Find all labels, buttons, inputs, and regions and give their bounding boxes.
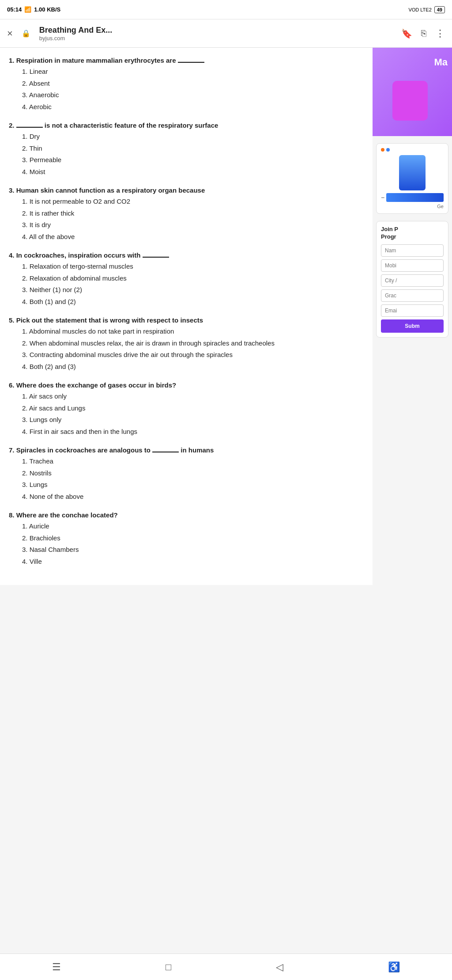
promo-card-top: Ma (373, 48, 452, 136)
q6-opt4: 4. First in air sacs and then in the lun… (22, 427, 364, 437)
q4-text: 4. In cockroaches, inspiration occurs wi… (9, 251, 364, 259)
q5-opt4: 4. Both (2) and (3) (22, 362, 364, 372)
q5-text: 5. Pick out the statement that is wrong … (9, 316, 364, 324)
q7-text: 7. Spiracles in cockroaches are analogou… (9, 446, 364, 454)
browser-toolbar: × 🔒 Breathing And Ex... byjus.com 🔖 ⎘ ⋮ (0, 19, 452, 48)
ad-label: Ge (381, 204, 444, 209)
ad-bar: − (381, 193, 444, 202)
q7-bold: Spiracles in cockroaches are analogous t… (16, 446, 214, 454)
q3-opt3: 3. It is dry (22, 220, 364, 230)
bottom-nav: ☰ □ ◁ ♿ (0, 953, 452, 980)
q4-opt3: 3. Neither (1) nor (2) (22, 285, 364, 295)
close-button[interactable]: × (7, 28, 13, 39)
lock-icon: 🔒 (22, 29, 30, 38)
q1-options: 1. Linear 2. Absent 3. Anaerobic 4. Aero… (9, 67, 364, 112)
q6-opt2: 2. Air sacs and Lungs (22, 403, 364, 414)
q7-opt4: 4. None of the above (22, 492, 364, 502)
q2-bold: is not a characteristic feature of the r… (45, 122, 218, 129)
dot-orange (381, 148, 384, 152)
ad-dots (381, 148, 444, 152)
q8-opt4: 4. Ville (22, 557, 364, 567)
q6-opt3: 3. Lungs only (22, 415, 364, 425)
q8-bold: Where are the conchae located? (16, 511, 118, 519)
q4-options: 1. Relaxation of tergo-sternal muscles 2… (9, 262, 364, 307)
promo-ma-text: Ma (434, 57, 448, 68)
q3-opt2: 2. It is rather thick (22, 209, 364, 219)
grade-input[interactable] (381, 289, 444, 302)
more-button[interactable]: ⋮ (435, 28, 445, 39)
join-form-title: Join PProgr (381, 226, 444, 241)
bookmark-button[interactable]: 🔖 (401, 28, 412, 39)
q6-opt1: 1. Air sacs only (22, 391, 364, 402)
toolbar-icons: 🔖 ⎘ ⋮ (401, 28, 445, 39)
content-area: 1. Respiration in mature mammalian eryth… (0, 48, 373, 585)
q7-opt2: 2. Nostrils (22, 468, 364, 479)
q4-opt1: 1. Relaxation of tergo-sternal muscles (22, 262, 364, 272)
q1-bold: Respiration in mature mammalian erythroc… (16, 57, 204, 64)
q4-bold: In cockroaches, inspiration occurs with (16, 251, 169, 259)
submit-button[interactable]: Subm (381, 319, 444, 333)
q7-options: 1. Trachea 2. Nostrils 3. Lungs 4. None … (9, 456, 364, 501)
toolbar-title: Breathing And Ex... byjus.com (39, 26, 392, 42)
q5-bold: Pick out the statement that is wrong wit… (16, 316, 203, 324)
q3-bold: Human skin cannot function as a respirat… (16, 186, 205, 194)
q1-opt2: 2. Absent (22, 79, 364, 89)
small-ad-card: − Ge (376, 143, 448, 214)
right-sidebar: Ma − Ge Join PProgr Subm (373, 48, 452, 585)
vol-label: VOD LTE2 (408, 7, 431, 12)
promo-avatar (392, 81, 428, 121)
back-icon[interactable]: ◁ (276, 961, 283, 973)
dot-blue (386, 148, 390, 152)
q1-opt3: 3. Anaerobic (22, 90, 364, 100)
q5-options: 1. Abdominal muscles do not take part in… (9, 327, 364, 372)
q6-text: 6. Where does the exchange of gases occu… (9, 381, 364, 389)
city-input[interactable] (381, 274, 444, 287)
q5-opt3: 3. Contracting abdominal muscles drive t… (22, 350, 364, 360)
battery: 49 (434, 6, 445, 13)
q8-text: 8. Where are the conchae located? (9, 511, 364, 519)
page-subtitle: byjus.com (39, 35, 392, 42)
q2-options: 1. Dry 2. Thin 3. Permeable 4. Moist (9, 132, 364, 177)
question-2: 2. is not a characteristic feature of th… (9, 122, 364, 177)
status-left: 05:14 📶 1.00 KB/S (7, 6, 60, 13)
questions-list: 1. Respiration in mature mammalian eryth… (9, 57, 364, 566)
question-5: 5. Pick out the statement that is wrong … (9, 316, 364, 372)
q8-options: 1. Auricle 2. Brachioles 3. Nasal Chambe… (9, 521, 364, 566)
question-4: 4. In cockroaches, inspiration occurs wi… (9, 251, 364, 307)
question-6: 6. Where does the exchange of gases occu… (9, 381, 364, 437)
q3-opt1: 1. It is not permeable to O2 and CO2 (22, 197, 364, 207)
q4-opt4: 4. Both (1) and (2) (22, 297, 364, 307)
question-1: 1. Respiration in mature mammalian eryth… (9, 57, 364, 112)
status-bar: 05:14 📶 1.00 KB/S VOD LTE2 49 (0, 0, 452, 19)
q3-opt4: 4. All of the above (22, 232, 364, 242)
q2-opt1: 1. Dry (22, 132, 364, 142)
q8-opt1: 1. Auricle (22, 521, 364, 532)
email-input[interactable] (381, 304, 444, 317)
q3-text: 3. Human skin cannot function as a respi… (9, 186, 364, 194)
q8-opt3: 3. Nasal Chambers (22, 545, 364, 555)
q8-opt2: 2. Brachioles (22, 533, 364, 543)
q5-opt1: 1. Abdominal muscles do not take part in… (22, 327, 364, 337)
join-form: Join PProgr Subm (376, 221, 448, 338)
menu-icon[interactable]: ☰ (52, 961, 61, 973)
q5-opt2: 2. When abdominal muscles relax, the air… (22, 338, 364, 349)
q2-opt4: 4. Moist (22, 167, 364, 177)
q2-text: 2. is not a characteristic feature of th… (9, 122, 364, 129)
name-input[interactable] (381, 244, 444, 257)
q6-options: 1. Air sacs only 2. Air sacs and Lungs 3… (9, 391, 364, 437)
accessibility-icon[interactable]: ♿ (388, 961, 400, 973)
q1-opt4: 4. Aerobic (22, 102, 364, 112)
q1-opt1: 1. Linear (22, 67, 364, 77)
q6-bold: Where does the exchange of gases occur i… (16, 381, 177, 389)
minus-icon: − (381, 194, 384, 201)
question-3: 3. Human skin cannot function as a respi… (9, 186, 364, 242)
q4-opt2: 2. Relaxation of abdominal muscles (22, 273, 364, 284)
home-icon[interactable]: □ (166, 961, 171, 973)
status-right: VOD LTE2 49 (408, 6, 445, 13)
mobile-input[interactable] (381, 259, 444, 272)
ad-image (399, 155, 426, 190)
share-button[interactable]: ⎘ (421, 28, 426, 38)
page-title: Breathing And Ex... (39, 26, 392, 35)
signal-icon: 📶 (24, 6, 31, 13)
bar-blue (386, 193, 444, 202)
